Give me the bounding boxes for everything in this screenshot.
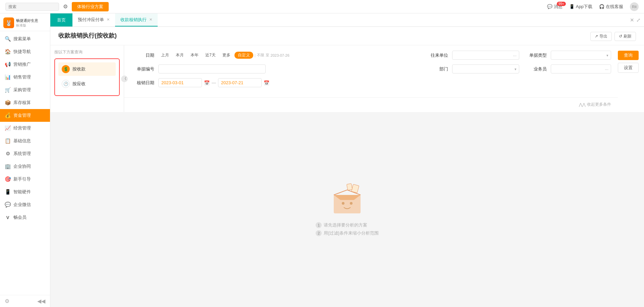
export-btn[interactable]: ↗ 导出: [590, 32, 612, 41]
date-opt-more[interactable]: 更多: [220, 52, 233, 59]
tab-writeoff-close[interactable]: ✕: [149, 17, 152, 22]
staff-input[interactable]: [551, 64, 611, 73]
filter-card: 按以下方案查询 💲 按收款 🕐 按应收 《: [50, 45, 644, 112]
setting-btn[interactable]: 设置: [618, 63, 639, 73]
search-input[interactable]: [5, 3, 59, 11]
staff-label: 业务员: [523, 66, 547, 72]
department-select[interactable]: [452, 64, 519, 73]
refresh-icon: ↺: [619, 34, 622, 39]
content-wrapper: 收款核销执行(按收款) ↗ 导出 ↺ 刷新 按以: [50, 27, 644, 307]
gear-icon[interactable]: ⚙: [63, 3, 68, 10]
sidebar-item-label: 畅会员: [13, 214, 26, 220]
tab-prepay-close[interactable]: ✕: [107, 17, 110, 22]
refresh-btn[interactable]: ↺ 刷新: [614, 32, 636, 41]
sidebar-item-label: 智能硬件: [13, 189, 31, 195]
voucher-type-select[interactable]: [551, 51, 611, 60]
sidebar-nav: 🔍 搜索菜单 🏠 快捷导航 📢 营销推广 📊 销售管理 🛒 采购管理 📦: [0, 31, 50, 295]
filter-panel-collapse-btn[interactable]: 《: [121, 75, 128, 82]
settings-icon[interactable]: ⚙: [5, 298, 9, 304]
cal-end-icon[interactable]: 📅: [264, 80, 269, 86]
writeoff-date-range: 📅 — 📅: [158, 78, 269, 87]
sidebar-item-basic-info[interactable]: 📋 基础信息: [0, 135, 50, 147]
inventory-icon: 📦: [5, 100, 11, 106]
sidebar-item-inventory[interactable]: 📦 库存核算: [0, 96, 50, 109]
date-to: 至: [266, 53, 269, 58]
sidebar-item-quick-nav[interactable]: 🏠 快捷导航: [0, 45, 50, 58]
counterpart-input[interactable]: [452, 51, 519, 60]
date-opt-7days[interactable]: 近7天: [203, 52, 218, 59]
empty-hint-1: 1 请先选择要分析的方案: [316, 222, 378, 228]
online-service-btn[interactable]: 🎧 在线客服: [599, 4, 623, 10]
hardware-icon: 📱: [5, 189, 11, 195]
filter-option-by-receivable[interactable]: 🕐 按应收: [58, 77, 116, 91]
date-opt-last-month[interactable]: 上月: [158, 52, 172, 59]
hint-num-2: 2: [316, 230, 322, 236]
svg-rect-3: [351, 184, 359, 193]
avatar: Rit: [630, 2, 639, 11]
sidebar-item-label: 采购管理: [13, 87, 31, 93]
writeoff-start-wrap: [158, 78, 202, 87]
writeoff-end-input[interactable]: [218, 78, 262, 87]
sidebar-item-purchase[interactable]: 🛒 采购管理: [0, 84, 50, 96]
sidebar-item-wechat[interactable]: 💬 企业微信: [0, 198, 50, 211]
tab-writeoff[interactable]: 收款核销执行 ✕: [115, 13, 158, 27]
date-opt-this-year[interactable]: 本年: [188, 52, 201, 59]
enterprise-icon: 🏢: [5, 163, 11, 169]
sidebar-item-operation[interactable]: 📈 经营管理: [0, 122, 50, 135]
message-btn[interactable]: 💬 消息 99+: [547, 4, 562, 10]
sidebar-item-system[interactable]: ⚙ 系统管理: [0, 147, 50, 160]
close-tab-icon[interactable]: ✕: [630, 17, 634, 23]
filter-row-1: 日期 上月 本月 本年 近7天 更多 自定义 | 不限: [131, 51, 611, 60]
collapse-up-icon: ⋀⋀: [579, 102, 586, 107]
collapse-sidebar-icon[interactable]: ◀◀: [37, 298, 45, 304]
message-badge: 99+: [557, 2, 566, 6]
industry-btn[interactable]: 体验行业方案: [72, 2, 109, 11]
sidebar: 🐰 畅捷通好生意 标准版 🔍 搜索菜单 🏠 快捷导航 📢 营销推广 📊 销售管理: [0, 13, 50, 307]
sales-icon: 📊: [5, 74, 11, 80]
sidebar-item-search-menu[interactable]: 🔍 搜索菜单: [0, 33, 50, 45]
voucher-type-wrap: ▾: [551, 51, 611, 60]
sidebar-item-sales[interactable]: 📊 销售管理: [0, 71, 50, 84]
voucher-type-label: 单据类型: [523, 52, 547, 58]
hint-text-2: 用[过滤]条件来缩小分析范围: [324, 230, 378, 236]
sidebar-item-enterprise[interactable]: 🏢 企业协同: [0, 160, 50, 173]
sidebar-item-label: 库存核算: [13, 100, 31, 106]
top-bar: ⚙ 体验行业方案 💬 消息 99+ 📱 App下载 🎧 在线客服 Rit: [0, 0, 644, 13]
empty-icon: [327, 183, 367, 217]
sidebar-item-guide[interactable]: 🎯 新手引导: [0, 173, 50, 186]
hint-text-1: 请先选择要分析的方案: [324, 222, 367, 228]
tab-writeoff-label: 收款核销执行: [120, 17, 147, 23]
sidebar-item-label: 快捷导航: [13, 49, 31, 55]
page-title: 收款核销执行(按收款): [58, 32, 117, 40]
filter-main-area: 日期 上月 本月 本年 近7天 更多 自定义 | 不限: [124, 45, 618, 112]
staff-dots-icon[interactable]: ···: [605, 66, 608, 71]
filter-option-by-receipt[interactable]: 💲 按收款: [58, 62, 116, 76]
tab-home[interactable]: 首页: [50, 13, 72, 27]
tab-prepay[interactable]: 预付冲应付单 ✕: [72, 13, 115, 27]
sidebar-item-marketing[interactable]: 📢 营销推广: [0, 58, 50, 71]
sidebar-logo: 🐰 畅捷通好生意 标准版: [0, 13, 50, 31]
basic-info-icon: 📋: [5, 138, 11, 144]
date-opt-custom[interactable]: 自定义: [234, 52, 253, 59]
voucher-input[interactable]: [158, 64, 266, 73]
svg-rect-4: [347, 183, 353, 190]
sidebar-item-hardware[interactable]: 📱 智能硬件: [0, 186, 50, 198]
user-avatar[interactable]: Rit: [630, 2, 639, 11]
operation-icon: 📈: [5, 125, 11, 131]
department-label: 部门: [425, 66, 448, 72]
cal-start-icon[interactable]: 📅: [204, 80, 210, 86]
sidebar-item-finance[interactable]: 💰 资金管理: [0, 109, 50, 122]
voucher-type-arrow: ▾: [606, 53, 608, 57]
expand-tab-icon[interactable]: ⤢: [636, 17, 641, 23]
writeoff-start-input[interactable]: [158, 78, 202, 87]
staff-input-wrap: ···: [551, 64, 611, 73]
counterpart-label: 往来单位: [425, 52, 448, 58]
counterpart-dots-icon[interactable]: ···: [513, 53, 517, 58]
query-btn[interactable]: 查询: [618, 51, 639, 60]
counterpart-input-wrap: ···: [452, 51, 519, 60]
sidebar-item-vip[interactable]: V 畅会员: [0, 211, 50, 224]
filter-row-2: 单据编号 部门 ▾ 业务员: [131, 64, 611, 73]
date-opt-this-month[interactable]: 本月: [173, 52, 186, 59]
app-download-btn[interactable]: 📱 App下载: [569, 4, 592, 10]
collapse-more-btn[interactable]: ⋀⋀ 收起更多条件: [579, 100, 611, 109]
